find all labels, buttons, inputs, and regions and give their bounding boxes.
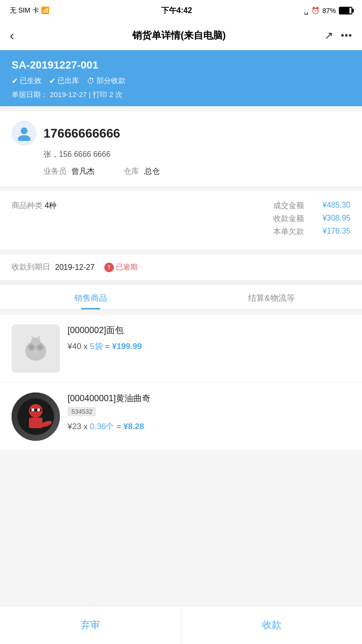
owl-icon: [19, 332, 53, 365]
customer-meta: 业务员 曾凡杰 仓库 总仓: [43, 167, 350, 177]
nav-left[interactable]: ‹: [10, 28, 34, 43]
equals-2: =: [116, 422, 124, 431]
amount-label: 成交金额: [273, 201, 304, 211]
svg-point-5: [29, 345, 33, 349]
badge-effective-text: 已生效: [20, 76, 42, 85]
location-icon: ␣: [304, 7, 308, 14]
status-left: 无 SIM 卡 📶: [10, 6, 49, 15]
order-header-banner: SA-20191227-001 ✔ 已生效 ✔ 已出库 ⏱ 部分收款 单据日期：…: [0, 50, 362, 106]
tab-sales-label: 销售商品: [74, 294, 107, 303]
date-label: 单据日期：: [12, 90, 48, 98]
list-item: [0000002]面包 ¥40 x 5袋 = ¥199.99: [0, 315, 362, 383]
svg-point-1: [18, 135, 30, 141]
print-separator: | 打印: [89, 90, 109, 98]
summary-section: 商品种类 4种 成交金额 ¥485.30 收款金额 ¥308.95 本单欠款 ¥…: [0, 191, 362, 250]
badge-effective: ✔ 已生效: [12, 76, 42, 85]
tab-settlement-label: 结算&物流等: [248, 294, 294, 303]
status-time: 下午4:42: [161, 6, 192, 16]
status-bar: 无 SIM 卡 📶 下午4:42 ␣ ⏰ 87%: [0, 0, 362, 21]
svg-point-15: [37, 408, 40, 411]
amount-value: ¥485.30: [312, 201, 350, 211]
order-id: SA-20191227-001: [12, 59, 350, 71]
battery-icon: [339, 7, 352, 14]
warehouse-value: 总仓: [144, 167, 160, 175]
bottom-spacer: [0, 451, 362, 494]
check-icon-1: ✔: [12, 76, 18, 85]
collect-payment-label: 收款: [262, 618, 281, 631]
order-date-line: 单据日期： 2019-12-27 | 打印 2 次: [12, 90, 350, 99]
received-value: ¥308.95: [312, 214, 350, 224]
qty-1: 5袋: [90, 342, 102, 351]
nav-right: ↗ •••: [324, 29, 352, 42]
customer-name: 张，156 6666 6666: [43, 150, 350, 160]
back-icon[interactable]: ‹: [10, 28, 14, 43]
financial-summary: 成交金额 ¥485.30 收款金额 ¥308.95 本单欠款 ¥176.35: [273, 201, 350, 240]
status-right: ␣ ⏰ 87%: [304, 7, 352, 14]
total-1: ¥199.99: [112, 342, 141, 351]
bottom-bar: 弃审 收款: [0, 605, 362, 644]
tab-settlement[interactable]: 结算&物流等: [181, 285, 362, 309]
equals-1: =: [105, 342, 112, 351]
svg-point-8: [31, 337, 41, 345]
unit-price-1: ¥40 x: [68, 342, 90, 351]
product-thumbnail-1: [12, 324, 60, 373]
battery-text: 87%: [322, 7, 336, 14]
received-row: 收款金额 ¥308.95: [273, 214, 350, 224]
warehouse-label: 仓库: [124, 167, 139, 175]
overdue-badge: ! 已逾期: [104, 263, 138, 272]
product-thumbnail-2: [12, 392, 60, 441]
product-sku: 534532: [68, 407, 96, 416]
product-image-2: [16, 397, 55, 436]
svg-point-14: [31, 408, 34, 411]
sales-label: 业务员: [43, 167, 67, 175]
badge-partial-payment: ⏱ 部分收款: [87, 76, 125, 85]
share-icon[interactable]: ↗: [324, 29, 333, 42]
amount-row: 成交金额 ¥485.30: [273, 201, 350, 211]
debt-label: 本单欠款: [273, 227, 304, 237]
customer-section: 17666666666 张，156 6666 6666 业务员 曾凡杰 仓库 总…: [0, 111, 362, 186]
warehouse-info: 仓库 总仓: [124, 167, 159, 177]
badge-shipped-text: 已出库: [57, 76, 79, 85]
more-icon[interactable]: •••: [341, 30, 352, 41]
tab-sales-products[interactable]: 销售商品: [0, 285, 181, 309]
debt-value: ¥176.35: [312, 227, 350, 237]
order-date: 2019-12-27: [50, 90, 87, 98]
product-info-2: [000400001]黄油曲奇 534532 ¥23 x 0.36个 = ¥8.…: [68, 392, 350, 441]
product-type-label: 商品种类: [12, 201, 42, 210]
due-date-value: 2019-12-27: [55, 263, 95, 272]
product-count: 4种: [44, 201, 56, 210]
nav-bar: ‹ 销货单详情(来自电脑) ↗ •••: [0, 21, 362, 50]
sales-person: 曾凡杰: [71, 167, 95, 175]
print-suffix: 次: [115, 90, 123, 98]
avatar: [12, 121, 37, 146]
list-item: [000400001]黄油曲奇 534532 ¥23 x 0.36个 = ¥8.…: [0, 383, 362, 451]
print-count: 2: [109, 90, 113, 98]
sales-info: 业务员 曾凡杰: [43, 167, 95, 177]
page-title: 销货单详情(来自电脑): [34, 29, 324, 42]
person-icon: [16, 126, 32, 141]
clock-icon: ⏱: [87, 77, 95, 85]
product-name-2: [000400001]黄油曲奇: [68, 392, 350, 404]
due-label: 收款到期日: [12, 262, 50, 272]
total-2: ¥8.28: [124, 422, 144, 431]
customer-top: 17666666666: [12, 121, 350, 146]
badge-shipped: ✔ 已出库: [49, 76, 79, 85]
overdue-text: 已逾期: [116, 263, 138, 272]
section-divider: [0, 280, 362, 285]
qty-2: 0.36个: [90, 422, 114, 431]
badge-partial-text: 部分收款: [97, 76, 125, 85]
collect-payment-button[interactable]: 收款: [181, 606, 362, 644]
debt-row: 本单欠款 ¥176.35: [273, 227, 350, 237]
overdue-icon: !: [104, 263, 114, 272]
product-name-1: [0000002]面包: [68, 324, 350, 336]
svg-rect-16: [29, 418, 42, 428]
alarm-icon: ⏰: [311, 7, 320, 14]
product-price-2: ¥23 x 0.36个 = ¥8.28: [68, 421, 350, 432]
due-date-section: 收款到期日 2019-12-27 ! 已逾期: [0, 254, 362, 280]
unit-price-2: ¥23 x: [68, 422, 90, 431]
abandon-review-button[interactable]: 弃审: [0, 606, 181, 644]
svg-point-6: [38, 345, 42, 349]
abandon-review-label: 弃审: [81, 618, 100, 631]
customer-phone: 17666666666: [43, 126, 120, 141]
check-icon-2: ✔: [49, 76, 56, 85]
